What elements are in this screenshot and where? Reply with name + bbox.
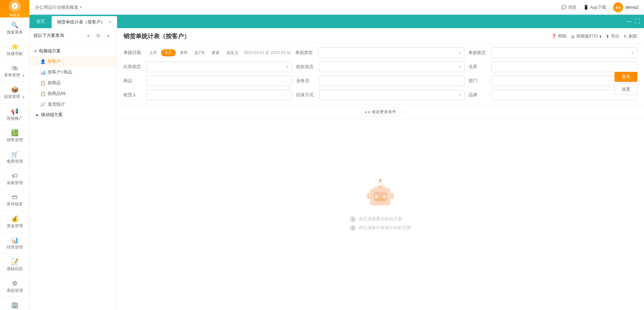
sidebar-item-system[interactable]: ⚙ 系统管理	[0, 276, 30, 297]
order-type-select[interactable]: ▾	[318, 47, 464, 58]
svg-point-7	[379, 185, 382, 188]
system-icon: ⚙	[12, 280, 17, 287]
out-status-dropdown-icon: ▾	[286, 65, 288, 69]
sidebar-shortcut[interactable]: ⭐ 快捷导航	[0, 39, 30, 60]
staff-filter: 业务员 ···	[296, 75, 465, 86]
topbar-dropdown-icon[interactable]: ▾	[80, 5, 82, 9]
svg-point-3	[375, 195, 378, 198]
sidebar-item-wholesale[interactable]: 📦 批发管理 ▲	[0, 82, 30, 103]
order-status-select[interactable]: ▾	[491, 47, 637, 58]
date-shortcuts: 上月 本月 本年 近7天 更多 自定义 2023-03-01 至 2023-03…	[146, 49, 291, 56]
tree-item-by-customer[interactable]: 👤 按客户	[30, 56, 116, 67]
tab-home[interactable]: 首页	[30, 15, 52, 28]
inventory-icon: 🗃	[12, 194, 18, 201]
warehouse-select[interactable]: ···	[491, 61, 637, 72]
settings-icon: ⊙	[96, 33, 100, 38]
goods-select[interactable]: ···	[146, 75, 292, 86]
empty-tips: 1 请先选择要分析的方案 2 用过滤条件来缩小分析范围	[350, 216, 411, 231]
help-button[interactable]: ❓ 帮助	[551, 33, 567, 39]
sidebar-item-basic[interactable]: 📝 基础信息	[0, 254, 30, 275]
print-button[interactable]: 🖨 按模板打印 ▾	[571, 33, 602, 39]
tab-maximize-icon[interactable]: ⛶	[635, 18, 640, 24]
sidebar-item-retail[interactable]: 🛍 零售管理 ▲	[0, 61, 30, 82]
staff-label: 业务员	[296, 78, 316, 84]
date-label: 单据日期	[123, 50, 144, 56]
receiver-dots: ···	[282, 92, 288, 98]
sidebar-search[interactable]: 🔍 搜索菜单	[0, 17, 30, 39]
tab-minimize-icon[interactable]: —	[627, 18, 632, 24]
settings-circle-button[interactable]: ⊙	[94, 32, 102, 40]
tab-sales-report[interactable]: 销货单统计表（按客户） ✕	[52, 16, 117, 28]
empty-tip-2: 2 用过滤条件来缩小分析范围	[350, 225, 411, 231]
customer-icon: 👤	[40, 59, 46, 64]
date-custom[interactable]: 自定义	[224, 49, 241, 56]
sidebar-item-enterprise[interactable]: 🏢 企业协同	[0, 297, 30, 310]
sidebar-item-operations[interactable]: 📊 经营管理	[0, 232, 30, 254]
left-panel-header: 按以下方案查询 + ⊙ «	[30, 28, 116, 43]
filter-row-3: 商品 ··· 业务员 ··· 部门	[123, 75, 637, 86]
receipt-status-label: 收款状态	[296, 64, 316, 70]
tip-text-2: 用过滤条件来缩小分析范围	[359, 225, 411, 231]
tree-group-pc-header[interactable]: ▼ 电脑端方案	[30, 46, 116, 56]
tree-item-goods99[interactable]: 📋 按商品99	[30, 88, 116, 99]
sidebar-item-sales[interactable]: 💹 销售管理	[0, 125, 30, 147]
date-prev-month[interactable]: 上月	[146, 49, 160, 56]
sidebar-item-marketing[interactable]: 📢 营销推广	[0, 104, 30, 125]
out-status-select[interactable]: ▾	[146, 61, 292, 72]
add-scheme-button[interactable]: +	[84, 32, 92, 40]
print-dropdown-icon: ▾	[599, 34, 602, 39]
svg-point-4	[383, 195, 386, 198]
collapse-panel-button[interactable]: «	[104, 32, 112, 40]
goods-dots: ···	[282, 78, 288, 84]
page-header: 销货单统计表（按客户） ❓ 帮助 🖨 按模板打印 ▾ ⬆ 导出	[117, 28, 644, 43]
app-download-button[interactable]: 📱 App下载	[583, 4, 606, 10]
sidebar-item-purchase[interactable]: 🏷 采购管理	[0, 168, 30, 190]
receiver-select[interactable]: ···	[146, 90, 292, 100]
warehouse-label: 仓库	[469, 64, 489, 70]
sidebar-item-inventory[interactable]: 🗃 库存核算	[0, 190, 30, 211]
message-button[interactable]: 💬 消息	[561, 4, 577, 10]
tree-item-return-stats[interactable]: 📈 退货统计	[30, 99, 116, 110]
query-button[interactable]: 查询	[614, 72, 637, 82]
avatar: Ea	[613, 2, 623, 12]
group-expand-icon: ▼	[34, 49, 37, 53]
order-type-label: 单据类型	[295, 50, 315, 56]
brand-label: 品牌	[469, 92, 489, 98]
tree-group-mobile-label: 移动端方案	[41, 112, 63, 118]
date-curr-month[interactable]: 本月	[161, 49, 176, 56]
tab-close-icon[interactable]: ✕	[108, 20, 112, 24]
date-curr-year[interactable]: 本年	[177, 49, 191, 56]
warehouse-filter: 仓库 ···	[469, 61, 637, 72]
setting-button[interactable]: 设置	[614, 84, 637, 95]
user-menu[interactable]: Ea demo2	[613, 2, 639, 12]
order-type-dropdown-icon: ▾	[459, 51, 461, 55]
tree-item-customer-goods[interactable]: 📊 按客户+商品	[30, 67, 116, 78]
tabbar: 首页 销货单统计表（按客户） ✕ — ⛶	[30, 15, 644, 28]
tree-item-label: 退货统计	[48, 101, 65, 107]
refresh-button[interactable]: ↻ 刷新	[624, 33, 637, 39]
staff-select[interactable]: ···	[319, 75, 465, 86]
collapse-button[interactable]: ∧∧ 收起更多条件	[360, 107, 400, 116]
out-status-filter: 出库状态 ▾	[123, 61, 292, 72]
export-button[interactable]: ⬆ 导出	[606, 33, 620, 39]
date-more[interactable]: 更多	[209, 49, 222, 56]
settle-filter: 结算方式 ▾	[296, 90, 465, 100]
left-panel-title: 按以下方案查询	[34, 33, 82, 39]
tree-item-label: 按客户	[48, 58, 61, 64]
download-icon: 📱	[583, 5, 589, 10]
filter-row-1: 单据日期 上月 本月 本年 近7天 更多 自定义 2023-03-01 至 20…	[123, 47, 637, 58]
sidebar-item-ecommerce[interactable]: 🛒 电商管理	[0, 147, 30, 168]
goods-filter: 商品 ···	[123, 75, 292, 86]
tree-item-by-goods[interactable]: 📋 按商品	[30, 78, 116, 88]
date-7days[interactable]: 近7天	[192, 49, 208, 56]
star-icon: ⭐	[11, 43, 18, 50]
content-area: 按以下方案查询 + ⊙ « ▼	[30, 28, 644, 310]
settle-select[interactable]: ▾	[319, 90, 465, 100]
goods-icon: 📋	[40, 81, 46, 86]
customer-goods-icon: 📊	[40, 70, 46, 75]
receipt-status-filter: 收款状态 ▾	[296, 61, 465, 72]
sidebar-item-finance[interactable]: 💰 资金管理	[0, 211, 30, 232]
receipt-status-select[interactable]: ▾	[319, 61, 465, 72]
tree-group-mobile-header[interactable]: ▶ 移动端方案	[30, 110, 116, 120]
tree-group-pc-label: 电脑端方案	[39, 48, 61, 54]
